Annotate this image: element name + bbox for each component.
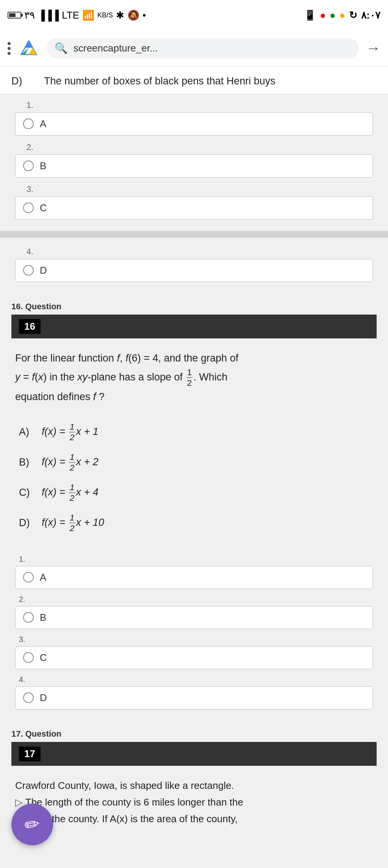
q16-opt-row-2[interactable]: B: [15, 606, 373, 629]
dot-indicator: •: [142, 9, 146, 21]
q16-b-frac: 12: [69, 452, 75, 473]
slope-fraction: 1 2: [186, 367, 193, 388]
signal-bars: ▐▐▐: [38, 9, 59, 21]
answer-options-group-2: 4. D: [0, 241, 388, 294]
mute-icon: 🔕: [127, 9, 139, 21]
q16-badge: 16: [19, 319, 41, 334]
option-3: 3. C: [15, 182, 373, 220]
floating-action-button[interactable]: ✏: [11, 804, 53, 845]
status-left: ٣٩ ▐▐▐ LTE 📶 KB/S ✱ 🔕 •: [8, 9, 146, 21]
q17-line2: ▷ The length of the county is 6 miles lo…: [15, 794, 373, 810]
status-bar: ٣٩ ▐▐▐ LTE 📶 KB/S ✱ 🔕 • 📱 ● ● ● ↻ ٨:٠٧: [0, 0, 388, 30]
app-icon-green: ●: [330, 9, 336, 21]
search-icon: 🔍: [55, 42, 68, 55]
time-display: ٨:٠٧: [361, 9, 380, 21]
q16-a-frac: 12: [69, 422, 75, 443]
q16-radio-4[interactable]: [23, 692, 34, 703]
q17-header-bar: 17: [11, 742, 377, 766]
q16-text-line3: equation defines f ?: [15, 391, 105, 402]
app-icon-orange: ●: [340, 9, 346, 21]
q16-choices: A) f(x) = 12x + 1 B) f(x) = 12x + 2 C) f…: [11, 413, 377, 542]
section-separator-1: [0, 231, 388, 238]
q16-opt-text-2: B: [40, 612, 46, 623]
option-row-2[interactable]: B: [15, 154, 373, 178]
q16-opt-row-4[interactable]: D: [15, 686, 373, 709]
option-label-2: 2.: [15, 140, 373, 153]
q16-opt-label-4: 4.: [15, 674, 373, 685]
q16-opt-text-1: A: [40, 572, 46, 583]
q16-c-frac: 12: [69, 482, 75, 503]
q17-line1: Crawford County, Iowa, is shaped like a …: [15, 777, 373, 794]
q16-radio-3[interactable]: [23, 652, 34, 663]
battery-level: ٣٩: [24, 9, 35, 21]
top-choice-d: D) The number of boxes of black pens tha…: [11, 73, 377, 90]
q16-text-main: For the linear function f, f(6) = 4, and…: [15, 352, 238, 364]
bluetooth-icon: ✱: [116, 9, 124, 21]
q16-choice-d: D) f(x) = 12x + 10: [15, 508, 373, 538]
q16-opt-1: 1. A: [15, 553, 373, 589]
option-row-3[interactable]: C: [15, 196, 373, 220]
answer-options-group-1: 1. A 2. B 3. C: [0, 94, 388, 228]
top-partial-section: D) The number of boxes of black pens tha…: [0, 67, 388, 94]
slope-numerator: 1: [186, 367, 193, 378]
q16-radio-1[interactable]: [23, 572, 34, 583]
battery-icon: [8, 12, 21, 19]
option-label-4: 4.: [15, 245, 373, 257]
q16-choice-c: C) f(x) = 12x + 4: [15, 478, 373, 508]
q16-opt-3: 3. C: [15, 634, 373, 669]
q16-choice-b: B) f(x) = 12x + 2: [15, 447, 373, 478]
option-4: 4. D: [15, 245, 373, 282]
radio-2[interactable]: [23, 161, 34, 171]
q16-choice-d-letter: D): [19, 517, 34, 529]
q16-opt-row-3[interactable]: C: [15, 646, 373, 669]
q16-radio-options: 1. A 2. B 3. C 4. D: [0, 550, 388, 718]
q16-opt-text-4: D: [40, 692, 47, 704]
question-17-block: 17. Question 17 Crawford County, Iowa, i…: [0, 722, 388, 839]
pencil-icon: ✏: [23, 813, 41, 836]
option-row-1[interactable]: A: [15, 112, 373, 136]
option-label-3: 3.: [15, 182, 373, 195]
q16-opt-label-3: 3.: [15, 634, 373, 645]
drive-logo: [18, 38, 39, 59]
q16-opt-2: 2. B: [15, 594, 373, 629]
question-16-block: 16. Question 16 For the linear function …: [0, 294, 388, 550]
radio-1[interactable]: [23, 118, 34, 129]
q16-d-frac: 12: [69, 513, 75, 534]
q16-opt-label-1: 1.: [15, 553, 373, 564]
lte-indicator: LTE: [62, 9, 79, 21]
browser-bar: 🔍 screencapture_er... →: [0, 30, 388, 67]
q16-header-bar: 16: [11, 315, 377, 338]
q16-label: 16. Question: [11, 302, 377, 312]
kb-indicator: KB/S: [97, 11, 113, 19]
status-right: 📱 ● ● ● ↻ ٨:٠٧: [304, 9, 380, 21]
q16-choice-b-math: f(x) = 12x + 2: [42, 452, 99, 473]
q16-text-line2: y = f(x) in the xy-plane has a slope of …: [15, 371, 227, 383]
option-row-4[interactable]: D: [15, 259, 373, 282]
menu-button[interactable]: [8, 42, 11, 55]
option-text-1: A: [40, 118, 46, 130]
q17-question-text: Crawford County, Iowa, is shaped like a …: [11, 773, 377, 831]
q17-line3: width of the county. If A(x) is the area…: [15, 810, 373, 827]
q16-choice-c-math: f(x) = 12x + 4: [42, 482, 99, 503]
option-label-1: 1.: [15, 98, 373, 111]
svg-marker-3: [29, 48, 36, 55]
q16-choice-b-letter: B): [19, 457, 34, 468]
q16-choice-c-letter: C): [19, 487, 34, 499]
phone-icon: 📱: [304, 9, 316, 21]
option-1: 1. A: [15, 98, 373, 136]
q16-radio-2[interactable]: [23, 612, 34, 623]
forward-button[interactable]: →: [366, 40, 380, 56]
q16-opt-text-3: C: [40, 652, 47, 664]
address-bar[interactable]: 🔍 screencapture_er...: [47, 38, 358, 58]
q16-opt-4: 4. D: [15, 674, 373, 709]
q16-opt-label-2: 2.: [15, 594, 373, 605]
q16-opt-row-1[interactable]: A: [15, 566, 373, 589]
radio-3[interactable]: [23, 203, 34, 213]
option-text-2: B: [40, 160, 46, 172]
q16-choice-a-letter: A): [19, 426, 34, 438]
q16-choice-a-math: f(x) = 12x + 1: [42, 422, 99, 443]
sync-icon: ↻: [349, 9, 357, 21]
option-2: 2. B: [15, 140, 373, 178]
radio-4[interactable]: [23, 265, 34, 276]
q17-badge: 17: [19, 746, 41, 761]
